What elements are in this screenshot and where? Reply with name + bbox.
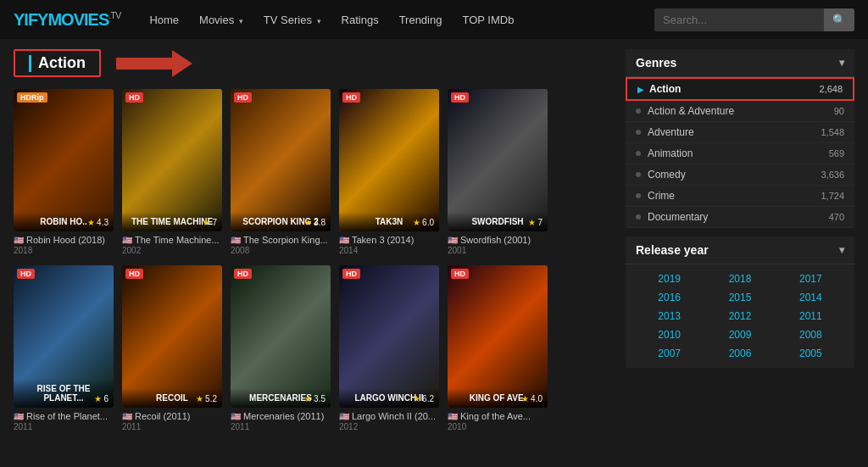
rating-badge: ★ 7 (528, 218, 542, 227)
arrow-head (172, 50, 192, 77)
navbar: YIFYYIFYMOVIESMOVIES.TV Home Movies ▾ TV… (0, 0, 868, 39)
movie-year: 2002 (122, 246, 222, 255)
nav-ratings[interactable]: Ratings (333, 8, 387, 31)
rating-badge: ★ 6.0 (413, 218, 434, 227)
year-link[interactable]: 2007 (636, 346, 703, 361)
rating-badge: ★ 5.2 (196, 394, 217, 403)
movie-title: 🇺🇸The Scorpion King... (231, 235, 331, 245)
rating-value: 3.5 (314, 394, 326, 403)
arrow-decoration (116, 52, 192, 75)
quality-badge: HD (234, 92, 252, 103)
genre-bullet (636, 108, 641, 114)
page-title-box: Action (14, 49, 101, 77)
nav-topimdb[interactable]: TOP IMDb (453, 8, 522, 31)
year-link[interactable]: 2010 (636, 327, 703, 342)
movie-card[interactable]: HD RECOIL ★ 5.2 🇺🇸Recoil (2011) 2011 (122, 265, 222, 433)
movie-info: 🇺🇸Largo Winch II (20... 2012 (339, 408, 439, 433)
year-link[interactable]: 2016 (636, 290, 703, 305)
genre-item[interactable]: Documentary470 (626, 207, 854, 228)
genres-title: Genres (636, 56, 676, 69)
genre-arrow-icon: ▶ (637, 85, 644, 94)
genre-count: 90 (834, 106, 844, 116)
flag-icon: 🇺🇸 (448, 236, 458, 245)
nav-movies[interactable]: Movies ▾ (191, 8, 252, 31)
year-link[interactable]: 2014 (777, 290, 844, 305)
release-year-header: Release year ▾ (626, 236, 854, 264)
genre-bullet (636, 172, 641, 177)
movie-title: 🇺🇸Taken 3 (2014) (339, 235, 439, 245)
movies-row-2: HD RISE OF THE PLANET... ★ 6 🇺🇸Rise of t… (14, 265, 612, 433)
genre-item[interactable]: Adventure1,548 (626, 122, 854, 143)
movie-info: 🇺🇸Recoil (2011) 2011 (122, 408, 222, 433)
flag-icon: 🇺🇸 (14, 236, 24, 245)
movie-card[interactable]: HD SCORPION KING 2 ★ 3.8 🇺🇸The Scorpion … (231, 89, 331, 257)
flag-icon: 🇺🇸 (339, 412, 349, 421)
movie-poster: HD LARGO WINCH II ★ 6.2 (339, 265, 439, 408)
search-button[interactable]: 🔍 (824, 8, 854, 31)
genres-section: Genres ▾ ▶Action2,648Action & Adventure9… (626, 49, 854, 228)
star-icon: ★ (304, 394, 312, 403)
movie-poster: HDRip ROBIN HO.. ★ 4.3 (14, 89, 114, 231)
movie-title: 🇺🇸Recoil (2011) (122, 411, 222, 421)
movie-info: 🇺🇸Mercenaries (2011) 2011 (231, 408, 331, 433)
flag-icon: 🇺🇸 (448, 412, 458, 421)
search-input[interactable] (654, 8, 824, 31)
genre-item[interactable]: Action & Adventure90 (626, 101, 854, 122)
nav-trending[interactable]: Trending (391, 8, 451, 31)
movie-info: 🇺🇸Rise of the Planet... 2011 (14, 408, 114, 433)
year-link[interactable]: 2008 (777, 327, 844, 342)
genre-item[interactable]: ▶Action2,648 (626, 77, 854, 101)
genre-item[interactable]: Comedy3,636 (626, 164, 854, 186)
brand-logo[interactable]: YIFYYIFYMOVIESMOVIES.TV (14, 10, 120, 30)
genre-name: Animation (648, 147, 829, 159)
movie-card[interactable]: HD RISE OF THE PLANET... ★ 6 🇺🇸Rise of t… (14, 265, 114, 433)
movie-title: 🇺🇸The Time Machine... (122, 235, 222, 245)
genre-count: 470 (829, 212, 844, 222)
movie-card[interactable]: HD TAK3N ★ 6.0 🇺🇸Taken 3 (2014) 2014 (339, 89, 439, 257)
flag-icon: 🇺🇸 (122, 236, 132, 245)
genre-name: Crime (648, 190, 821, 202)
rating-value: 3.8 (314, 218, 326, 227)
nav-tvseries[interactable]: TV Series ▾ (255, 8, 330, 31)
genre-count: 2,648 (819, 84, 843, 94)
year-link[interactable]: 2009 (706, 327, 773, 342)
quality-badge: HD (342, 269, 360, 279)
year-chevron: ▾ (839, 244, 844, 256)
year-link[interactable]: 2017 (777, 271, 844, 286)
movie-card[interactable]: HD SWORDFISH ★ 7 🇺🇸Swordfish (2001) 2001 (448, 89, 548, 257)
year-link[interactable]: 2005 (777, 346, 844, 361)
year-link[interactable]: 2013 (636, 309, 703, 324)
year-link[interactable]: 2006 (706, 346, 773, 361)
movie-poster: HD RECOIL ★ 5.2 (122, 265, 222, 408)
genre-item[interactable]: Crime1,724 (626, 186, 854, 207)
year-link[interactable]: 2011 (777, 309, 844, 324)
nav-home[interactable]: Home (141, 8, 187, 31)
genre-item[interactable]: Animation569 (626, 143, 854, 164)
genre-name: Action & Adventure (648, 105, 834, 117)
movies-row-1: HDRip ROBIN HO.. ★ 4.3 🇺🇸Robin Hood (201… (14, 89, 612, 257)
year-link[interactable]: 2019 (636, 271, 703, 286)
movie-card[interactable]: HD MERCENARIES ★ 3.5 🇺🇸Mercenaries (2011… (231, 265, 331, 433)
year-link[interactable]: 2018 (706, 271, 773, 286)
release-year-section: Release year ▾ 2019201820172016201520142… (626, 236, 854, 368)
quality-badge: HD (125, 269, 143, 279)
year-link[interactable]: 2012 (706, 309, 773, 324)
title-bar-decoration (29, 55, 31, 72)
movie-card[interactable]: HD LARGO WINCH II ★ 6.2 🇺🇸Largo Winch II… (339, 265, 439, 433)
movie-year: 2001 (448, 246, 548, 255)
flag-icon: 🇺🇸 (231, 236, 241, 245)
movie-year: 2010 (448, 422, 548, 431)
movie-poster: HD TAK3N ★ 6.0 (339, 89, 439, 231)
rating-value: 5.2 (205, 394, 217, 403)
movie-card[interactable]: HD KING OF AVE. ★ 4.0 🇺🇸King of the Ave.… (448, 265, 548, 433)
star-icon: ★ (528, 218, 536, 227)
movie-card[interactable]: HDRip ROBIN HO.. ★ 4.3 🇺🇸Robin Hood (201… (14, 89, 114, 257)
quality-badge: HD (451, 269, 469, 279)
sidebar: Genres ▾ ▶Action2,648Action & Adventure9… (626, 49, 854, 457)
movie-title: 🇺🇸King of the Ave... (448, 411, 548, 421)
year-link[interactable]: 2015 (706, 290, 773, 305)
rating-badge: ★ 3.8 (304, 218, 326, 227)
genre-name: Action (649, 83, 819, 95)
movie-info: 🇺🇸Swordfish (2001) 2001 (448, 231, 548, 257)
movie-card[interactable]: HD THE TIME MACHINE ★ 7 🇺🇸The Time Machi… (122, 89, 222, 257)
